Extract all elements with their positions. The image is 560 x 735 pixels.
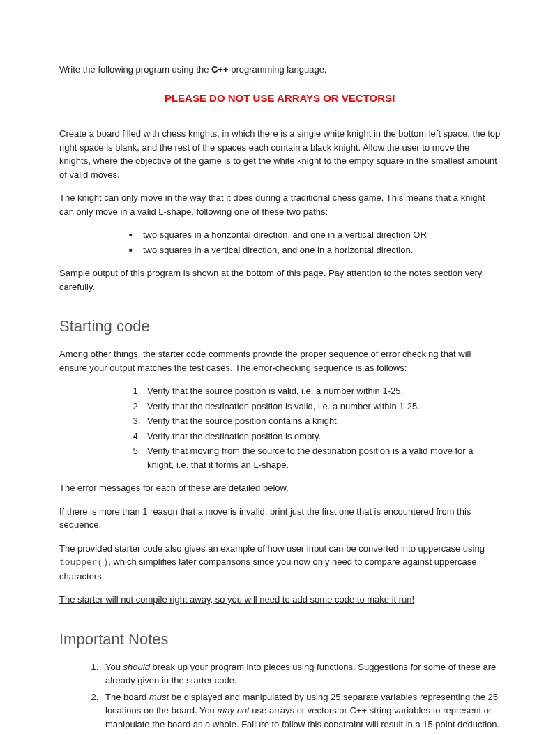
- paragraph-sample-output: Sample output of this program is shown a…: [59, 266, 501, 294]
- note-text: break up your program into pieces using …: [105, 662, 496, 686]
- note-emph: must: [149, 692, 169, 702]
- document-page: Write the following program using the C+…: [0, 0, 560, 735]
- list-item: Verify that the destination position is …: [143, 430, 501, 444]
- important-notes-list: You should break up your program into pi…: [59, 660, 501, 736]
- list-item: Verify that the destination position is …: [143, 400, 501, 414]
- paragraph-knight-move: The knight can only move in the way that…: [59, 191, 501, 218]
- warning-banner: PLEASE DO NOT USE ARRAYS OR VECTORS!: [59, 91, 501, 107]
- list-item: Verify that the source position is valid…: [143, 384, 501, 398]
- list-item: Verify that the source position contains…: [143, 414, 501, 428]
- paragraph-error-messages: The error messages for each of these are…: [59, 481, 501, 495]
- note-emph: should: [123, 662, 150, 672]
- heading-starting-code: Starting code: [59, 315, 501, 338]
- note-text: The board: [105, 692, 149, 702]
- intro-post: programming language.: [229, 64, 327, 75]
- paragraph-first-error: If there is more than 1 reason that a mo…: [59, 505, 501, 532]
- list-item: You should break up your program into pi…: [101, 660, 501, 688]
- intro-bold: C++: [211, 64, 229, 75]
- heading-important-notes: Important Notes: [59, 628, 501, 651]
- note-text: You: [105, 662, 123, 672]
- list-item: two squares in a vertical direction, and…: [129, 243, 501, 257]
- list-item: The board must be displayed and manipula…: [101, 690, 501, 732]
- intro-paragraph: Write the following program using the C+…: [59, 63, 501, 77]
- list-item: Verify that moving from the source to th…: [143, 444, 501, 471]
- move-paths-list: two squares in a horizontal direction, a…: [59, 228, 501, 257]
- list-item: two squares in a horizontal direction, a…: [129, 228, 501, 242]
- paragraph-board-description: Create a board filled with chess knights…: [59, 127, 501, 181]
- note-emph: may not: [217, 705, 249, 715]
- paragraph-toupper: The provided starter code also gives an …: [59, 542, 501, 584]
- toupper-pre: The provided starter code also gives an …: [59, 543, 485, 554]
- intro-pre: Write the following program using the: [59, 64, 211, 75]
- paragraph-compile-warning: The starter will not compile right away,…: [59, 593, 501, 607]
- toupper-post: , which simplifies later comparisons sin…: [59, 556, 476, 582]
- toupper-code: toupper(): [59, 557, 108, 568]
- paragraph-starter-intro: Among other things, the starter code com…: [59, 347, 501, 374]
- error-check-list: Verify that the source position is valid…: [59, 384, 501, 471]
